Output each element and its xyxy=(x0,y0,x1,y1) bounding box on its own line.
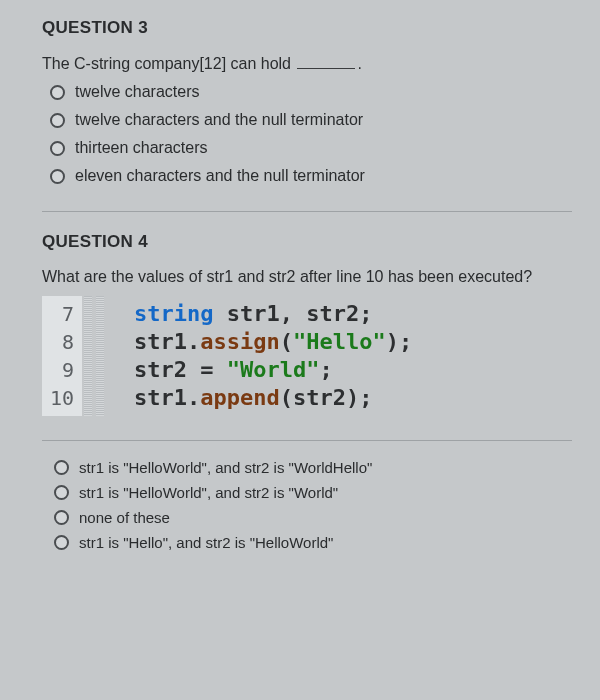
option-row[interactable]: thirteen characters xyxy=(50,139,572,157)
code-text: str1. xyxy=(134,385,200,410)
question-4-stem: What are the values of str1 and str2 aft… xyxy=(42,268,572,286)
question-3-options: twelve characters twelve characters and … xyxy=(50,83,572,185)
code-line: str1.assign("Hello"); xyxy=(134,328,412,356)
radio-icon[interactable] xyxy=(54,485,69,500)
code-text: ( xyxy=(280,329,293,354)
line-number: 9 xyxy=(50,356,74,384)
line-number: 7 xyxy=(50,300,74,328)
radio-icon[interactable] xyxy=(54,535,69,550)
question-4-options: str1 is "HelloWorld", and str2 is "World… xyxy=(54,459,572,551)
radio-icon[interactable] xyxy=(50,141,65,156)
option-label: twelve characters and the null terminato… xyxy=(75,111,363,129)
option-row[interactable]: none of these xyxy=(54,509,572,526)
code-text: str2 = xyxy=(134,357,227,382)
option-row[interactable]: str1 is "HelloWorld", and str2 is "World… xyxy=(54,484,572,501)
question-3-title: QUESTION 3 xyxy=(42,18,572,38)
gutter-bar xyxy=(84,296,92,416)
line-number: 10 xyxy=(50,384,74,412)
code-text: (str2); xyxy=(280,385,373,410)
option-label: none of these xyxy=(79,509,170,526)
code-text: ); xyxy=(386,329,413,354)
code-string: "World" xyxy=(227,357,320,382)
radio-icon[interactable] xyxy=(50,169,65,184)
code-line: string str1, str2; xyxy=(134,300,412,328)
code-content: string str1, str2;str1.assign("Hello");s… xyxy=(106,296,418,416)
code-text: str1. xyxy=(134,329,200,354)
quiz-page: QUESTION 3 The C-string company[12] can … xyxy=(0,0,600,700)
gutter-bar xyxy=(96,296,104,416)
code-text: ; xyxy=(320,357,333,382)
option-row[interactable]: eleven characters and the null terminato… xyxy=(50,167,572,185)
code-func: append xyxy=(200,385,279,410)
question-divider xyxy=(42,211,572,212)
fill-blank xyxy=(297,54,355,69)
question-3-stem: The C-string company[12] can hold . xyxy=(42,54,572,73)
line-number: 8 xyxy=(50,328,74,356)
option-row[interactable]: str1 is "Hello", and str2 is "HelloWorld… xyxy=(54,534,572,551)
radio-icon[interactable] xyxy=(54,460,69,475)
code-func: assign xyxy=(200,329,279,354)
option-label: twelve characters xyxy=(75,83,200,101)
option-label: thirteen characters xyxy=(75,139,208,157)
option-label: eleven characters and the null terminato… xyxy=(75,167,365,185)
code-line: str2 = "World"; xyxy=(134,356,412,384)
code-text: str1, str2; xyxy=(214,301,373,326)
code-string: "Hello" xyxy=(293,329,386,354)
option-row[interactable]: twelve characters and the null terminato… xyxy=(50,111,572,129)
radio-icon[interactable] xyxy=(50,85,65,100)
option-label: str1 is "Hello", and str2 is "HelloWorld… xyxy=(79,534,333,551)
code-keyword: string xyxy=(134,301,213,326)
question-4-title: QUESTION 4 xyxy=(42,232,572,252)
stem-text-post: . xyxy=(357,55,361,72)
radio-icon[interactable] xyxy=(50,113,65,128)
option-row[interactable]: twelve characters xyxy=(50,83,572,101)
code-line: str1.append(str2); xyxy=(134,384,412,412)
code-block: 7 8 9 10 string str1, str2;str1.assign("… xyxy=(42,296,572,416)
option-row[interactable]: str1 is "HelloWorld", and str2 is "World… xyxy=(54,459,572,476)
line-number-gutter: 7 8 9 10 xyxy=(42,296,82,416)
code-divider xyxy=(42,440,572,441)
stem-text-pre: The C-string company[12] can hold xyxy=(42,55,295,72)
radio-icon[interactable] xyxy=(54,510,69,525)
option-label: str1 is "HelloWorld", and str2 is "World… xyxy=(79,484,338,501)
option-label: str1 is "HelloWorld", and str2 is "World… xyxy=(79,459,372,476)
